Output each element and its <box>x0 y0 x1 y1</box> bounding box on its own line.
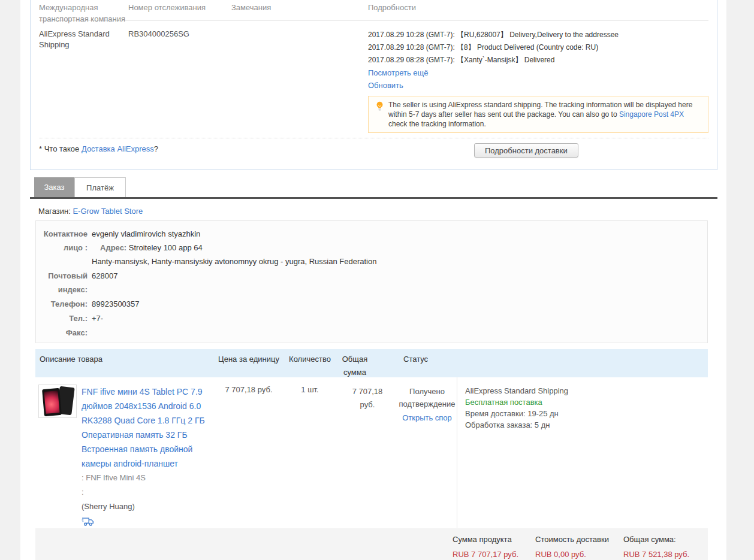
remarks-cell <box>231 29 368 133</box>
tracking-event: 2017.08.29 10:28 (GMT-7): 【8】 Product De… <box>368 41 708 54</box>
shipping-truck-icon[interactable] <box>82 517 94 528</box>
delivery-time: Время доставки: 19-25 дн <box>465 408 708 419</box>
order-item-row: FNF ifive мини 4S Tablet PC 7.9 дюймов 2… <box>35 377 708 528</box>
header-shipping-spacer <box>457 353 708 377</box>
tracking-details-cell: 2017.08.29 10:28 (GMT-7): 【RU,628007】 De… <box>368 29 708 133</box>
tracking-table-header: Международная транспортная компания Номе… <box>39 0 708 21</box>
order-totals-row: Сумма продукта RUB 7 707,17 руб. Стоимос… <box>35 528 708 560</box>
footnote-prefix: * Что такое <box>39 144 82 153</box>
contact-person-label: Контактное лицо : <box>36 227 88 268</box>
tel-value: +7- <box>92 311 707 325</box>
header-details: Подробности <box>368 2 708 20</box>
phone-label: Телефон: <box>36 297 88 311</box>
unit-price-cell: 7 707,18 руб. <box>215 377 282 528</box>
tracking-event: 2017.08.29 08:28 (GMT-7): 【Xanty`-Mansij… <box>368 54 708 66</box>
grand-total-value: RUB 7 521,38 руб. <box>623 550 708 559</box>
product-title-link[interactable]: FNF ifive мини 4S Tablet PC 7.9 дюймов 2… <box>82 385 215 471</box>
total-price-cell: 7 707,18 руб. <box>337 377 397 528</box>
header-carrier: Международная транспортная компания <box>39 2 128 20</box>
contact-info-box: Контактное лицо : evgeniy vladimirovich … <box>35 220 708 343</box>
product-info: FNF ifive мини 4S Tablet PC 7.9 дюймов 2… <box>82 385 215 528</box>
tracking-footer: * Что такое Доставка AliExpress? Подробн… <box>39 138 708 171</box>
fax-label: Факс: <box>36 326 88 340</box>
product-variant: : FNF Ifive Mini 4S <box>82 471 215 485</box>
see-more-link[interactable]: Посмотреть ещё <box>368 66 708 79</box>
phone-value: 89923500357 <box>92 297 707 311</box>
store-label: Магазин: <box>38 207 71 216</box>
singapore-post-link[interactable]: Singapore Post 4PX <box>619 110 684 119</box>
tab-order[interactable]: Заказ <box>34 177 74 197</box>
shipping-cost-label: Стоимость доставки <box>535 535 623 544</box>
address-label: Адрес: <box>100 243 126 252</box>
tracking-table-row: AliExpress Standard Shipping RB304000256… <box>39 21 708 133</box>
header-unit-price: Цена за единицу <box>215 353 282 377</box>
product-amount-value: RUB 7 707,17 руб. <box>453 550 535 559</box>
product-thumbnail[interactable] <box>38 385 77 418</box>
tablet-front-image <box>42 388 62 416</box>
notice-text-after: check the tracking information. <box>388 120 486 128</box>
lightbulb-icon <box>376 101 384 114</box>
grand-total: Общая сумма: RUB 7 521,38 руб. <box>623 535 708 560</box>
shipping-notice: The seller is using AliExpress standard … <box>368 96 708 133</box>
store-line: Магазин: E-Grow Tablet Store <box>38 207 726 216</box>
fax-value <box>92 326 707 340</box>
shipping-cost-total: Стоимость доставки RUB 0,00 руб. <box>535 535 623 560</box>
status-cell: Получено подтверждение Открыть спор <box>397 377 457 528</box>
shipping-notice-text: The seller is using AliExpress standard … <box>388 100 699 129</box>
header-quantity: Количество <box>282 353 337 377</box>
total-price-value: 7 707,18 руб. <box>346 385 388 528</box>
tablet-screen-image <box>44 391 59 414</box>
open-dispute-link[interactable]: Открыть спор <box>397 411 457 424</box>
product-amount-total: Сумма продукта RUB 7 707,17 руб. <box>453 535 535 560</box>
aliexpress-shipping-link[interactable]: Доставка AliExpress <box>82 144 154 153</box>
shipping-cost-value: RUB 0,00 руб. <box>535 550 623 559</box>
header-total-label: Общая сумма <box>337 353 372 379</box>
order-table-header: Описание товара Цена за единицу Количест… <box>35 349 708 377</box>
shipping-method: AliExpress Standard Shipping <box>465 385 708 396</box>
address-line1: Адрес: Stroiteley 100 app 64 <box>92 241 707 255</box>
order-status-text: Получено подтверждение <box>397 385 457 410</box>
zip-value: 628007 <box>92 269 707 296</box>
header-status: Статус <box>397 353 457 377</box>
product-colon: : <box>82 485 215 500</box>
address1-value: Stroiteley 100 app 64 <box>129 243 203 252</box>
shipping-info-cell: AliExpress Standard Shipping Бесплатная … <box>457 377 708 528</box>
grand-total-label: Общая сумма: <box>623 535 708 544</box>
order-items-table: Описание товара Цена за единицу Количест… <box>35 349 708 560</box>
footnote: * Что такое Доставка AliExpress? <box>39 144 708 153</box>
header-tracking-number: Номер отслеживания <box>128 2 231 20</box>
header-description: Описание товара <box>35 353 215 377</box>
store-link[interactable]: E-Grow Tablet Store <box>73 207 143 216</box>
product-amount-label: Сумма продукта <box>453 535 535 544</box>
refresh-link[interactable]: Обновить <box>368 79 708 92</box>
tracking-event: 2017.08.29 10:28 (GMT-7): 【RU,628007】 De… <box>368 29 708 41</box>
processing-time: Обработка заказа: 5 дн <box>465 419 708 431</box>
contact-person-value: evgeniy vladimirovich styazhkin Адрес: S… <box>92 227 707 268</box>
tracking-section: Международная транспортная компания Номе… <box>30 0 717 170</box>
tab-payment[interactable]: Платёж <box>74 177 126 197</box>
carrier-name: AliExpress Standard Shipping <box>39 29 128 133</box>
order-detail-page: Международная транспортная компания Номе… <box>20 0 726 560</box>
zip-label: Почтовый индекс: <box>36 269 88 296</box>
tel-label: Тел.: <box>36 311 88 325</box>
quantity-cell: 1 шт. <box>282 377 337 528</box>
product-seller: (Sherry Huang) <box>82 500 215 514</box>
footnote-suffix: ? <box>154 144 158 153</box>
address-line2: Hanty-mansiysk, Hanty-mansiyskiy avtonom… <box>92 255 707 268</box>
tracking-number: RB304000256SG <box>128 29 231 133</box>
order-tabs: Заказ Платёж <box>34 177 726 197</box>
contact-name: evgeniy vladimirovich styazhkin <box>92 227 707 241</box>
shipping-details-button[interactable]: Подробности доставки <box>474 143 578 158</box>
header-remarks: Замечания <box>231 2 368 20</box>
tabbar-underline <box>30 197 717 199</box>
header-total: Общая сумма <box>337 353 397 377</box>
product-description-cell: FNF ifive мини 4S Tablet PC 7.9 дюймов 2… <box>35 377 215 528</box>
free-shipping-badge: Бесплатная поставка <box>465 396 708 408</box>
